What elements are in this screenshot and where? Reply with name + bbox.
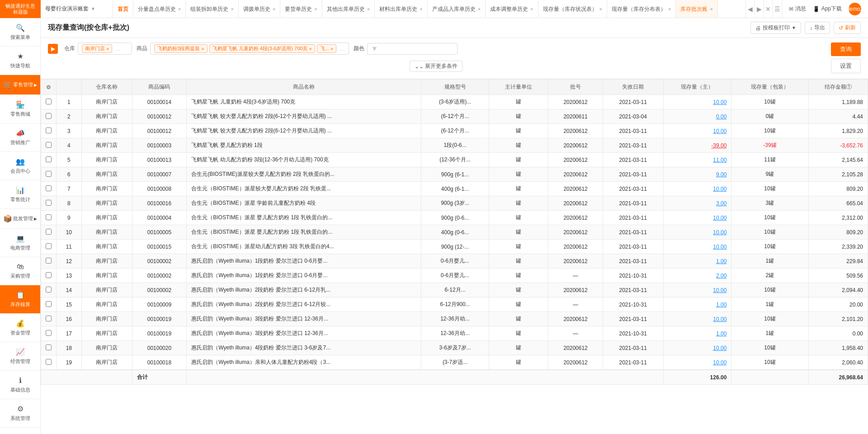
refresh-button[interactable]: ↺ 刷新 <box>834 22 861 34</box>
row-qty-main[interactable]: 10.00 <box>663 240 731 254</box>
row-checkbox[interactable] <box>41 269 57 283</box>
query-button[interactable]: 查询 <box>831 42 861 56</box>
tab-next-btn[interactable]: ▶ <box>755 0 764 18</box>
tab-8[interactable]: 成本调整单历史× <box>486 0 538 18</box>
color-tag-container[interactable]: ▼ <box>367 43 458 55</box>
tab-2[interactable]: 组装拆卸单历史× <box>186 0 238 18</box>
sidebar-item-purchase[interactable]: 🛍 采购管理 <box>0 257 40 285</box>
close-icon[interactable]: × <box>178 6 181 12</box>
row-qty-main[interactable]: 10.00 <box>663 283 731 297</box>
row-qty-main[interactable]: -39.00 <box>663 138 731 153</box>
row-qty-main[interactable]: 10.00 <box>663 182 731 196</box>
sidebar-item-nav[interactable]: ★ 快捷导航 <box>0 47 40 75</box>
row-qty-main[interactable]: 10.00 <box>663 341 731 355</box>
close-icon[interactable]: × <box>599 6 602 12</box>
settings-button[interactable]: 设置 <box>831 59 861 73</box>
product-tag-container[interactable]: 飞鹤奶粉3段两提装 × 飞鹤星飞帆 儿童奶粉 4段(3-6岁适用) 700克 ×… <box>150 42 349 55</box>
col-amount[interactable]: 结存金额① <box>808 80 868 95</box>
tab-7[interactable]: 产成品入库单历史× <box>428 0 486 18</box>
print-button[interactable]: 🖨 按模板打印 ▼ <box>750 22 801 34</box>
close-icon[interactable]: × <box>420 6 422 12</box>
close-icon[interactable]: × <box>367 6 370 12</box>
row-qty-main[interactable]: 11.00 <box>663 153 731 167</box>
close-icon[interactable]: × <box>273 6 275 12</box>
row-checkbox[interactable] <box>41 153 57 167</box>
sidebar-item-collab[interactable]: 🤝 企业协同 <box>0 428 40 434</box>
row-checkbox[interactable] <box>41 138 57 153</box>
sidebar-item-wholesale[interactable]: 📦 批发管理 ▶ <box>0 209 40 229</box>
tab-5[interactable]: 其他出库单历史× <box>322 0 375 18</box>
sidebar-item-stats[interactable]: 📊 零售统计 <box>0 180 40 209</box>
tab-1[interactable]: 分量盘点单历史× <box>133 0 186 18</box>
row-qty-main[interactable]: 1.00 <box>663 254 731 269</box>
row-qty-main[interactable]: 10.00 <box>663 355 731 370</box>
col-qty-main[interactable]: 现存量（主） <box>663 80 731 95</box>
remove-product-tag-1[interactable]: × <box>201 46 204 52</box>
sidebar-item-members[interactable]: 👥 会员中心 <box>0 152 40 180</box>
tab-menu-btn[interactable]: ☰ <box>773 0 782 18</box>
sidebar-item-ecommerce[interactable]: 💻 电商管理 <box>0 229 40 257</box>
row-checkbox[interactable] <box>41 283 57 297</box>
row-qty-main[interactable]: 10.00 <box>663 225 731 240</box>
row-qty-main[interactable]: 10.00 <box>663 211 731 225</box>
row-qty-main[interactable]: 9.00 <box>663 167 731 182</box>
remove-product-tag-2[interactable]: × <box>309 46 311 52</box>
row-checkbox[interactable] <box>41 124 57 138</box>
row-qty-main[interactable]: 1.00 <box>663 326 731 341</box>
row-qty-main[interactable]: 10.00 <box>663 95 731 109</box>
row-qty-main[interactable]: 1.00 <box>663 297 731 312</box>
close-icon[interactable]: × <box>314 6 317 12</box>
close-icon[interactable]: × <box>710 6 712 12</box>
message-btn[interactable]: ✉ 消息 <box>789 5 806 13</box>
row-checkbox[interactable] <box>41 182 57 196</box>
row-checkbox[interactable] <box>41 326 57 341</box>
tab-9[interactable]: 现存量（库存状况表）× <box>538 0 607 18</box>
export-button[interactable]: ↓ 导出 <box>805 22 830 34</box>
col-name[interactable]: 商品名称 <box>187 80 421 95</box>
row-checkbox[interactable] <box>41 297 57 312</box>
sidebar-item-finance[interactable]: 💰 资金管理 <box>0 314 40 342</box>
row-checkbox[interactable] <box>41 95 57 109</box>
close-icon[interactable]: × <box>668 6 671 12</box>
col-settings[interactable]: ⚙ <box>41 80 57 95</box>
row-checkbox[interactable] <box>41 254 57 269</box>
row-checkbox[interactable] <box>41 355 57 370</box>
remove-warehouse-tag[interactable]: × <box>106 46 109 52</box>
col-expire[interactable]: 失效日期 <box>603 80 663 95</box>
account-dropdown[interactable]: 母婴行业演示账套 ▼ <box>41 0 113 18</box>
sidebar-item-operations[interactable]: 📈 经营管理 <box>0 342 40 371</box>
tab-10[interactable]: 现存量（库存分布表）× <box>607 0 676 18</box>
sidebar-item-marketing[interactable]: 📣 营销推广 <box>0 123 40 152</box>
row-qty-main[interactable]: 2.00 <box>663 269 731 283</box>
sidebar-item-system[interactable]: ⚙ 系统管理 <box>0 399 40 428</box>
sidebar-item-search[interactable]: 🔍 搜索菜单 <box>0 18 40 47</box>
col-warehouse[interactable]: 仓库名称 <box>81 80 132 95</box>
tab-11[interactable]: 库存批次账× <box>676 0 717 18</box>
tab-3[interactable]: 调拨单历史× <box>239 0 280 18</box>
row-checkbox[interactable] <box>41 240 57 254</box>
col-spec[interactable]: 规格型号 <box>421 80 489 95</box>
col-unit[interactable]: 主计量单位 <box>489 80 548 95</box>
warehouse-tag-container[interactable]: 南岸门店 × ... <box>78 42 132 55</box>
row-checkbox[interactable] <box>41 109 57 124</box>
row-checkbox[interactable] <box>41 225 57 240</box>
close-icon[interactable]: × <box>478 6 481 12</box>
row-qty-main[interactable]: 10.00 <box>663 124 731 138</box>
remove-product-tag-3[interactable]: × <box>330 46 333 52</box>
filter-expand-btn[interactable]: ▶ <box>48 44 58 54</box>
col-qty-pkg[interactable]: 现存量（包装） <box>731 80 808 95</box>
close-icon[interactable]: × <box>530 6 533 12</box>
tab-4[interactable]: 要货单历史× <box>280 0 322 18</box>
row-qty-main[interactable]: 3.00 <box>663 196 731 211</box>
row-checkbox[interactable] <box>41 312 57 326</box>
expand-conditions-btn[interactable]: ⌄⌄ 展开更多条件 <box>410 61 462 72</box>
col-batch[interactable]: 批号 <box>548 80 603 95</box>
avatar[interactable]: demo2 <box>849 3 861 15</box>
row-qty-main[interactable]: 0.00 <box>663 109 731 124</box>
row-checkbox[interactable] <box>41 167 57 182</box>
row-qty-main[interactable]: 10.00 <box>663 312 731 326</box>
row-checkbox[interactable] <box>41 211 57 225</box>
tab-home[interactable]: 首页 <box>113 0 133 18</box>
app-download-btn[interactable]: 📱 App下载 <box>813 5 842 13</box>
sidebar-item-mall[interactable]: 🏪 零售商城 <box>0 95 40 123</box>
